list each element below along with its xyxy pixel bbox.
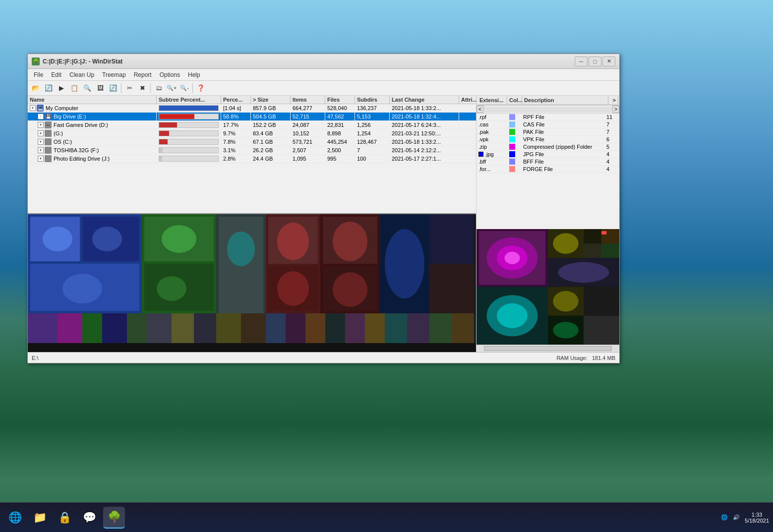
table-body: + 💻 My Computer [1:04 s] 857.9 GB 664,27… — [28, 104, 476, 213]
delete-button[interactable]: ✖ — [136, 82, 148, 94]
treemap-glow — [157, 276, 186, 301]
ext-row[interactable]: .zip Compressed (zipped) Folder 5 — [476, 143, 619, 151]
ext-row[interactable]: .pak PAK File 7 — [476, 128, 619, 136]
progress-bar — [159, 139, 168, 144]
expand-icon[interactable]: - — [38, 114, 44, 119]
ext-row[interactable]: .bff BFF File 4 — [476, 158, 619, 166]
right-panel-nav: Extensi... Col... Description > — [476, 96, 619, 106]
zoom-in-button[interactable]: 🔍+ — [166, 82, 178, 94]
right-panel-body[interactable]: .rpf RPF File 11 .cas CAS File 7 . — [476, 114, 619, 229]
tm-block[interactable] — [584, 243, 601, 258]
scroll-left-arrow[interactable]: < — [476, 106, 483, 113]
taskbar-explorer[interactable]: 📁 — [29, 507, 51, 529]
close-button[interactable]: ✕ — [602, 57, 615, 66]
open-button[interactable]: 📂 — [30, 82, 42, 94]
find-button[interactable]: 🔍 — [81, 82, 93, 94]
zoom-out-button[interactable]: 🔍- — [178, 82, 190, 94]
cell-files: 995 — [325, 155, 355, 163]
right-treemap[interactable] — [476, 229, 619, 345]
ext-row[interactable]: .jpg JPG File 4 — [476, 151, 619, 158]
menu-help[interactable]: Help — [184, 70, 204, 79]
expand-icon[interactable]: + — [38, 147, 44, 153]
treemap-block[interactable] — [429, 264, 474, 313]
taskbar-discord[interactable]: 💬 — [78, 507, 100, 529]
refresh-button[interactable]: 🔄 — [107, 82, 119, 94]
table-row[interactable]: + OS (C:) 7.8% 67.1 GB 573,721 445,254 1… — [28, 138, 476, 146]
copy-button[interactable]: 📋 — [68, 82, 80, 94]
table-row[interactable]: + TOSHIBA 32G (F:) 3.1% 26.2 GB 2,507 2,… — [28, 146, 476, 155]
minimize-button[interactable]: ─ — [575, 57, 588, 66]
treemap-glow — [277, 223, 309, 260]
menu-cleanup[interactable]: Clean Up — [65, 70, 98, 79]
ext-row[interactable]: .cas CAS File 7 — [476, 121, 619, 128]
col-color-header[interactable]: Col... — [507, 96, 522, 104]
scrollbar-thumb[interactable] — [484, 346, 612, 351]
taskbar-chrome[interactable]: 🌐 — [4, 507, 26, 529]
table-row[interactable]: + Photo Editing Drive (J:) 2.8% 24.4 GB … — [28, 155, 476, 163]
ext-count: 4 — [604, 158, 619, 165]
right-hscrollbar[interactable] — [476, 345, 619, 352]
windirstat-window: 🌳 C:|D:|E:|F:|G:|J: - WinDirStat ─ □ ✕ F… — [27, 54, 620, 363]
folder-button[interactable]: 🗂 — [153, 82, 165, 94]
right-scrollbar[interactable] — [483, 107, 612, 113]
ext-col-header[interactable]: Extensi... — [477, 96, 507, 104]
menu-edit[interactable]: Edit — [47, 70, 65, 79]
menu-treemap[interactable]: Treemap — [98, 70, 130, 79]
color-swatch — [509, 159, 515, 165]
taskbar-clock[interactable]: 1:33 5/18/2021 — [745, 512, 769, 524]
col-files[interactable]: Files — [325, 96, 355, 104]
col-size[interactable]: > Size — [251, 96, 291, 104]
table-row[interactable]: + ─ Fast Games Drive (D:) 17.7% 152.2 GB… — [28, 121, 476, 129]
expand-icon[interactable]: + — [38, 139, 44, 145]
treemap-svg — [28, 214, 476, 352]
cell-items: 664,277 — [291, 104, 325, 112]
treemap-block[interactable] — [429, 214, 474, 264]
view-button[interactable]: 🖼 — [94, 82, 106, 94]
col-subdirs[interactable]: Subdirs — [355, 96, 390, 104]
col-items[interactable]: Items — [291, 96, 325, 104]
cleanup-button[interactable]: ✂ — [123, 82, 135, 94]
col-lastchange[interactable]: Last Change — [390, 96, 459, 104]
expand-icon[interactable]: + — [38, 156, 44, 162]
scroll-right-arrow[interactable]: > — [612, 106, 619, 113]
maximize-button[interactable]: □ — [589, 57, 601, 66]
ext-desc: VPK File — [521, 136, 604, 143]
table-row[interactable]: - 💾 Big Drive (E:) 58.8% 504.5 GB 52,715… — [28, 113, 476, 121]
ext-name: .jpg — [476, 151, 506, 158]
tm-block[interactable] — [584, 287, 619, 316]
rescan-button[interactable]: 🔄 — [43, 82, 55, 94]
desc-col-header[interactable]: Description — [522, 96, 608, 104]
expand-icon[interactable]: + — [30, 105, 36, 111]
progress-bar — [159, 156, 162, 161]
ext-row[interactable]: .for... FORGE File 4 — [476, 166, 619, 173]
taskbar-icons: 🌐 📁 🔒 💬 🌳 — [4, 507, 125, 529]
cell-lastchange: 2021-03-21 12:50:... — [390, 129, 459, 137]
cell-percent: 17.7% — [221, 121, 251, 129]
cell-subdirs: 136,237 — [355, 104, 390, 112]
help-button[interactable]: ❓ — [195, 82, 207, 94]
menu-options[interactable]: Options — [156, 70, 184, 79]
expand-button[interactable]: ▶ — [56, 82, 67, 94]
ext-row[interactable]: .rpf RPF File 11 — [476, 114, 619, 121]
tm-block[interactable] — [601, 243, 619, 258]
expand-icon[interactable]: + — [38, 122, 44, 128]
title-bar: 🌳 C:|D:|E:|F:|G:|J: - WinDirStat ─ □ ✕ — [28, 54, 619, 69]
taskbar: 🌐 📁 🔒 💬 🌳 🌐 🔊 1:33 5/18/2021 — [0, 502, 773, 532]
col-percent[interactable]: Perce... — [221, 96, 251, 104]
table-row[interactable]: + (G:) 9.7% 83.4 GB 10,152 8,898 1,254 2… — [28, 129, 476, 138]
ext-row[interactable]: .vpk VPK File 6 — [476, 136, 619, 143]
expand-icon[interactable]: + — [38, 130, 44, 136]
menu-file[interactable]: File — [30, 70, 47, 79]
taskbar-security[interactable]: 🔒 — [54, 507, 75, 529]
tm-block[interactable] — [584, 229, 601, 243]
cell-percent: 58.8% — [221, 113, 251, 120]
tm-block[interactable] — [584, 316, 619, 345]
treemap-area[interactable] — [28, 213, 476, 352]
col-name[interactable]: Name — [28, 96, 157, 104]
progress-bar — [159, 148, 163, 153]
col-subtree[interactable]: Subtree Percent... — [157, 96, 221, 104]
taskbar-windirstat[interactable]: 🌳 — [103, 507, 125, 529]
count-col-header[interactable]: > — [608, 96, 618, 104]
table-row[interactable]: + 💻 My Computer [1:04 s] 857.9 GB 664,27… — [28, 104, 476, 113]
menu-report[interactable]: Report — [130, 70, 156, 79]
